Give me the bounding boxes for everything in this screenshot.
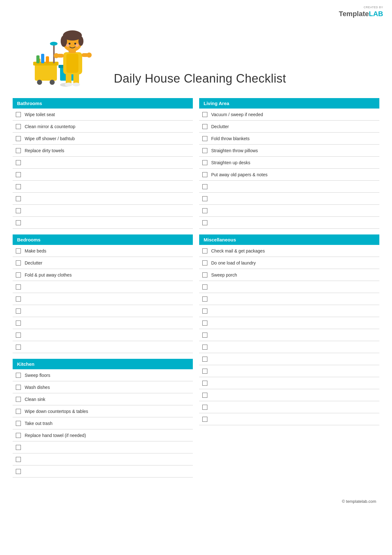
title-area: Daily House Cleaning Checklist [101, 72, 373, 92]
checkbox[interactable] [202, 220, 207, 225]
checklist-item: Sweep porch [199, 269, 379, 281]
checkbox[interactable] [16, 296, 21, 302]
checkbox[interactable] [16, 260, 21, 265]
checkbox[interactable] [16, 309, 21, 314]
checklist-item [199, 293, 379, 305]
checkbox[interactable] [16, 124, 21, 129]
checkbox[interactable] [202, 284, 207, 290]
checklist-item: Wash dishes [13, 381, 193, 393]
checklist-item [13, 305, 193, 317]
item-label: Wipe down countertops & tables [25, 409, 88, 414]
svg-rect-9 [36, 55, 40, 63]
checklist-item [13, 329, 193, 341]
checkbox[interactable] [16, 196, 21, 201]
checkbox[interactable] [16, 397, 21, 402]
checkbox[interactable] [16, 220, 21, 225]
checklist-item [13, 441, 193, 453]
checkbox[interactable] [202, 196, 207, 201]
checkbox[interactable] [202, 124, 207, 129]
checklist-item: Make beds [13, 245, 193, 257]
checkbox[interactable] [16, 433, 21, 438]
checkbox[interactable] [16, 208, 21, 213]
checkbox[interactable] [16, 385, 21, 390]
right-column: Living AreaVacuum / sweep if neededDeclu… [199, 98, 379, 483]
item-label: Check mail & get packages [211, 248, 265, 253]
checklist-item [199, 205, 379, 217]
checklist-item: Clean sink [13, 393, 193, 405]
checkbox[interactable] [16, 136, 21, 141]
checkbox[interactable] [16, 248, 21, 253]
checkbox[interactable] [202, 184, 207, 189]
svg-point-28 [78, 36, 83, 46]
checkbox[interactable] [16, 421, 21, 426]
svg-rect-11 [46, 56, 49, 63]
item-label: Wash dishes [25, 385, 50, 390]
checklist-item: Take out trash [13, 417, 193, 429]
checklist-item [199, 353, 379, 365]
svg-point-27 [61, 35, 67, 47]
item-label: Clean mirror & countertop [25, 124, 75, 129]
checkbox[interactable] [202, 260, 207, 265]
checkbox[interactable] [202, 208, 207, 213]
checkbox[interactable] [202, 296, 207, 302]
checklist-item: Declutter [13, 257, 193, 269]
checkbox[interactable] [202, 136, 207, 141]
checkbox[interactable] [16, 284, 21, 290]
checkbox[interactable] [202, 381, 207, 386]
checklist-item [199, 365, 379, 377]
checkbox[interactable] [202, 112, 207, 117]
checkbox[interactable] [16, 333, 21, 338]
checkbox[interactable] [16, 409, 21, 414]
checkbox[interactable] [202, 148, 207, 153]
checklist-item: Straighten up desks [199, 157, 379, 169]
logo-text: TemplateLAB [339, 9, 383, 19]
header-section: Daily House Cleaning Checklist [0, 0, 392, 98]
checkbox[interactable] [16, 184, 21, 189]
checkbox[interactable] [16, 457, 21, 462]
checkbox[interactable] [202, 333, 207, 338]
checkbox[interactable] [16, 345, 21, 350]
section-header-bathrooms: Bathrooms [13, 98, 193, 109]
checkbox[interactable] [16, 373, 21, 378]
svg-rect-0 [35, 63, 57, 81]
item-label: Clean sink [25, 397, 45, 402]
checkbox[interactable] [202, 321, 207, 326]
checkbox[interactable] [202, 172, 207, 177]
item-label: Vacuum / sweep if needed [211, 112, 263, 117]
checklist-item: Wipe toilet seat [13, 109, 193, 121]
checkbox[interactable] [202, 272, 207, 278]
checkbox[interactable] [202, 369, 207, 374]
item-label: Make beds [25, 248, 46, 253]
checklist-item [13, 181, 193, 193]
checkbox[interactable] [202, 417, 207, 422]
checkbox[interactable] [202, 160, 207, 165]
checkbox[interactable] [16, 172, 21, 177]
checkbox[interactable] [202, 248, 207, 253]
checklist-item [199, 401, 379, 413]
checklist-item [13, 193, 193, 205]
checkbox[interactable] [16, 148, 21, 153]
checkbox[interactable] [16, 160, 21, 165]
checklist-item [199, 281, 379, 293]
svg-point-23 [87, 53, 92, 58]
section-bathrooms: BathroomsWipe toilet seatClean mirror & … [13, 98, 193, 229]
svg-point-17 [72, 83, 80, 86]
logo-area: CREATED BY TemplateLAB [339, 6, 383, 18]
checkbox[interactable] [16, 112, 21, 117]
page-title: Daily House Cleaning Checklist [114, 72, 373, 85]
checklist-item [13, 465, 193, 477]
checklist-item: Replace hand towel (if needed) [13, 429, 193, 441]
checklist-item: Sweep floors [13, 369, 193, 381]
checkbox[interactable] [16, 469, 21, 474]
checkbox[interactable] [202, 393, 207, 398]
checklist-item: Vacuum / sweep if needed [199, 109, 379, 121]
checkbox[interactable] [202, 357, 207, 362]
checkbox[interactable] [16, 445, 21, 450]
svg-point-31 [66, 44, 69, 47]
checkbox[interactable] [16, 272, 21, 278]
checkbox[interactable] [202, 345, 207, 350]
checkbox[interactable] [16, 321, 21, 326]
checklist-item [199, 329, 379, 341]
checkbox[interactable] [202, 309, 207, 314]
checkbox[interactable] [202, 405, 207, 410]
